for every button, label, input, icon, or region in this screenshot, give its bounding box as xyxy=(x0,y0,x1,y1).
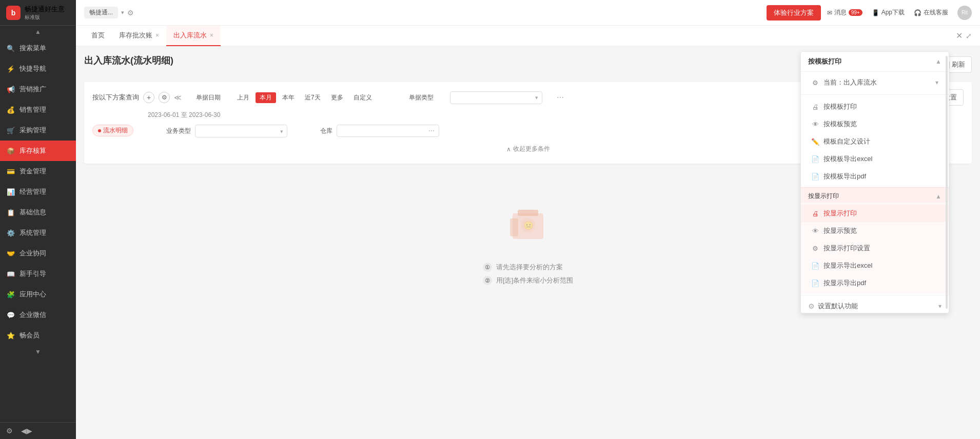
tab-home[interactable]: 首页 xyxy=(84,26,112,46)
filter-tag-shuimingxi[interactable]: 流水明细 xyxy=(92,125,133,136)
sidebar-item-search[interactable]: 🔍 搜索菜单 xyxy=(0,38,76,58)
tabbar-close-all[interactable]: ✕ xyxy=(956,31,963,41)
filter-label: 按以下方案查询 xyxy=(92,93,139,102)
apps-icon: 🧩 xyxy=(6,290,15,299)
app-download-button[interactable]: 📱 App下载 xyxy=(872,8,905,17)
tabbar-expand[interactable]: ⤢ xyxy=(966,32,972,40)
dropdown-default-item[interactable]: ⚙ 设置默认功能 xyxy=(808,302,858,311)
trial-button[interactable]: 体验行业方案 xyxy=(767,5,821,21)
quick-nav-icon: ⚡ xyxy=(6,64,15,73)
dropdown-template-preview[interactable]: 👁 按模板预览 xyxy=(801,115,949,133)
sidebar-item-finance[interactable]: 💳 资金管理 xyxy=(0,161,76,182)
sidebar-item-label: 搜索菜单 xyxy=(19,44,46,53)
sidebar-item-basic[interactable]: 📋 基础信息 xyxy=(0,202,76,223)
sidebar-item-label: 营销推广 xyxy=(19,85,46,94)
app-download-label: App下载 xyxy=(881,8,905,17)
sales-icon: 💰 xyxy=(6,105,15,114)
default-chevron[interactable]: ▾ xyxy=(938,303,942,310)
app-sub: 标准版 xyxy=(25,14,65,21)
dropdown-current-item[interactable]: ⚙ 当前：出入库流水 ▾ xyxy=(801,74,949,91)
tab-batch[interactable]: 库存批次账 × xyxy=(112,26,166,46)
topbar-settings-icon[interactable]: ⚙ xyxy=(127,9,134,17)
filter-add-button[interactable]: + xyxy=(143,92,154,103)
hint-item-1: ① 请先选择要分析的方案 xyxy=(483,263,573,272)
date-tab-more[interactable]: 更多 xyxy=(327,92,347,103)
dropdown-collapse-icon[interactable]: ▲ xyxy=(935,58,942,65)
topbar-username[interactable]: 畅捷通... xyxy=(84,7,118,18)
sidebar-logo: b 畅捷通好生意 标准版 xyxy=(0,0,76,26)
date-label: 单据日期 xyxy=(196,93,221,102)
template-custom-icon: ✏️ xyxy=(811,137,819,146)
wechat-icon: 💬 xyxy=(6,310,15,320)
tab-inout[interactable]: 出入库流水 × xyxy=(166,26,221,46)
user-avatar[interactable]: Rit xyxy=(957,6,972,20)
sidebar-item-label: 系统管理 xyxy=(19,228,46,237)
collapse-sidebar-icon[interactable]: ◀▶ xyxy=(21,427,32,435)
doc-type-label: 单据类型 xyxy=(409,94,434,101)
tab-inout-label: 出入库流水 xyxy=(173,31,207,40)
sidebar-item-system[interactable]: ⚙️ 系统管理 xyxy=(0,223,76,243)
date-tab-this-month[interactable]: 本月 xyxy=(256,92,276,103)
sidebar-item-business[interactable]: 📊 经营管理 xyxy=(0,182,76,202)
messages-button[interactable]: ✉ 消息 99+ xyxy=(827,8,863,17)
settings-bottom-icon[interactable]: ⚙ xyxy=(6,427,13,435)
date-tab-7days[interactable]: 近7天 xyxy=(301,92,325,103)
display-settings-label: 按显示打印设置 xyxy=(824,244,870,253)
filter-collapse-btn[interactable]: ≪ xyxy=(174,93,182,102)
display-header-chevron[interactable]: ▲ xyxy=(935,193,942,200)
sidebar-item-label: 销售管理 xyxy=(19,105,46,114)
doc-type-field: 单据类型 xyxy=(409,93,434,102)
sidebar-item-quick-nav[interactable]: ⚡ 快捷导航 xyxy=(0,58,76,79)
sidebar-item-label: 企业协同 xyxy=(19,249,46,258)
template-print-icon: 🖨 xyxy=(811,103,819,111)
dropdown-template-export-pdf[interactable]: 📄 按模板导出pdf xyxy=(801,168,949,185)
topbar-dropdown-icon[interactable]: ▾ xyxy=(121,9,124,16)
dropdown-display-export-excel[interactable]: 📄 按显示导出excel xyxy=(801,257,949,274)
dropdown-display-preview[interactable]: 👁 按显示预览 xyxy=(801,222,949,240)
dropdown-template-custom[interactable]: ✏️ 模板自定义设计 xyxy=(801,133,949,150)
sidebar-scroll-down[interactable]: ▼ xyxy=(0,346,76,358)
sidebar-item-guide[interactable]: 📖 新手引导 xyxy=(0,264,76,284)
tabbar-right: ✕ ⤢ xyxy=(956,31,972,41)
sidebar-scroll-up[interactable]: ▲ xyxy=(0,26,76,38)
sidebar-item-collab[interactable]: 🤝 企业协同 xyxy=(0,243,76,264)
biz-type-select[interactable] xyxy=(195,125,287,137)
message-icon: ✉ xyxy=(827,9,832,16)
dropdown-display-print[interactable]: 🖨 按显示打印 xyxy=(801,205,949,222)
inventory-icon: 📦 xyxy=(6,146,15,155)
sidebar-item-marketing[interactable]: 📢 营销推广 xyxy=(0,79,76,99)
dropdown-template-print[interactable]: 🖨 按模板打印 xyxy=(801,98,949,115)
service-icon: 🎧 xyxy=(914,9,922,16)
dropdown-template-section: 🖨 按模板打印 👁 按模板预览 ✏️ 模板自定义设计 📄 按模板导出excel … xyxy=(801,96,949,187)
sidebar-item-member[interactable]: ⭐ 畅会员 xyxy=(0,325,76,346)
sidebar-item-apps[interactable]: 🧩 应用中心 xyxy=(0,284,76,305)
online-service-label: 在线客服 xyxy=(924,8,948,17)
collapse-label: 收起更多条件 xyxy=(513,145,550,153)
sidebar-item-label: 应用中心 xyxy=(19,290,46,299)
dropdown-display-export-pdf[interactable]: 📄 按显示导出pdf xyxy=(801,274,949,292)
date-tab-custom[interactable]: 自定义 xyxy=(349,92,376,103)
doc-type-select[interactable] xyxy=(450,91,542,104)
tab-inout-close[interactable]: × xyxy=(210,32,213,39)
doc-type-more-icon[interactable]: ⋯ xyxy=(557,93,564,102)
current-label: 当前：出入库流水 xyxy=(824,78,877,87)
hint-text-2: 用[选]条件来缩小分析范围 xyxy=(496,276,573,285)
sidebar-nav: ▲ 🔍 搜索菜单 ⚡ 快捷导航 📢 营销推广 💰 销售管理 🛒 采购管理 📦 库… xyxy=(0,26,76,422)
tab-batch-close[interactable]: × xyxy=(155,32,159,39)
filter-settings-button[interactable]: ⚙ xyxy=(159,92,170,103)
filter-date-row: 单据日期 上月 本月 本年 近7天 更多 自定义 单据类型 xyxy=(196,91,564,104)
warehouse-input[interactable]: ⋯ xyxy=(337,125,439,137)
dropdown-template-export-excel[interactable]: 📄 按模板导出excel xyxy=(801,150,949,168)
date-tab-prev-month[interactable]: 上月 xyxy=(233,92,253,103)
dropdown-scrollbar[interactable] xyxy=(946,56,948,309)
date-tab-this-year[interactable]: 本年 xyxy=(278,92,299,103)
online-service-button[interactable]: 🎧 在线客服 xyxy=(914,8,948,17)
doc-type-select-wrap xyxy=(450,91,542,104)
hint-num-2: ② xyxy=(483,276,492,285)
display-pdf-label: 按显示导出pdf xyxy=(824,278,866,288)
sidebar-item-sales[interactable]: 💰 销售管理 xyxy=(0,99,76,120)
dropdown-display-print-settings[interactable]: ⚙ 按显示打印设置 xyxy=(801,240,949,257)
sidebar-item-wechat[interactable]: 💬 企业微信 xyxy=(0,305,76,325)
sidebar-item-purchase[interactable]: 🛒 采购管理 xyxy=(0,120,76,141)
sidebar-item-inventory[interactable]: 📦 库存核算 xyxy=(0,141,76,161)
